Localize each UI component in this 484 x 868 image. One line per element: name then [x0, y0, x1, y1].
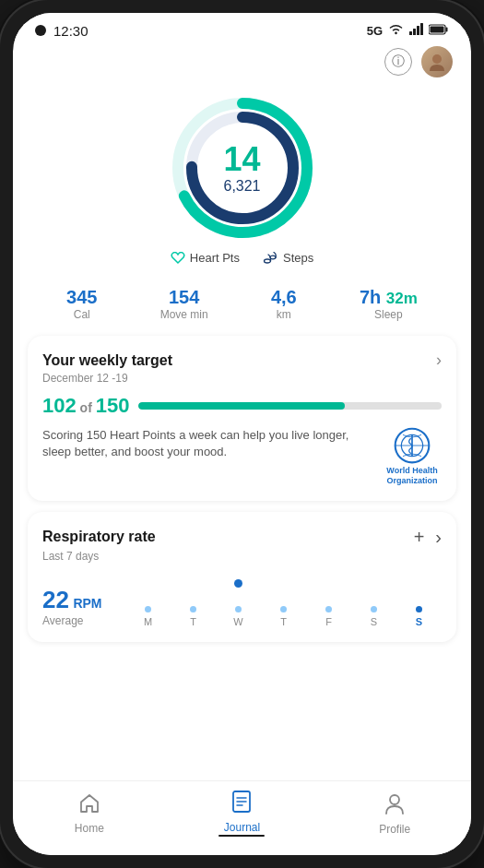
resp-actions: + › — [414, 527, 442, 548]
resp-body: 22 RPM Average — [42, 572, 442, 627]
who-text: World HealthOrganization — [386, 466, 437, 486]
dot-s2-today — [416, 606, 422, 612]
info-button[interactable]: ⓘ — [384, 48, 412, 76]
day-f: F — [306, 616, 351, 627]
bottom-spacer — [13, 653, 471, 660]
camera-dot — [35, 25, 46, 36]
header: ⓘ — [13, 42, 471, 85]
progress-of: of — [77, 400, 96, 415]
dot-s1 — [371, 606, 377, 612]
info-icon: ⓘ — [392, 54, 405, 70]
weekly-description: Scoring 150 Heart Points a week can help… — [42, 427, 372, 460]
stat-km: 4,6 km — [271, 287, 297, 321]
respiratory-card[interactable]: Respiratory rate + › Last 7 days 22 RPM … — [28, 512, 456, 642]
day-w: W — [216, 616, 261, 627]
weekly-target-card[interactable]: Your weekly target › December 12 -19 102… — [28, 336, 456, 501]
dot-col-m — [125, 606, 171, 612]
journal-icon — [231, 791, 252, 818]
stat-move-min: 154 Move min — [160, 287, 208, 321]
profile-label: Profile — [379, 823, 410, 836]
resp-chart: M T W T F S S — [125, 572, 442, 627]
svg-point-14 — [270, 256, 276, 259]
ring-chart: 14 6,321 — [169, 94, 316, 242]
phone-screen: 12:30 5G — [13, 13, 471, 855]
steps-legend: Steps — [262, 251, 313, 265]
chevron-right-icon: › — [436, 351, 442, 370]
heart-pts-value: 14 — [223, 141, 260, 178]
chevron-right-resp-icon[interactable]: › — [435, 527, 442, 548]
dot-col-f — [306, 606, 351, 612]
svg-point-23 — [390, 795, 399, 804]
resp-subtitle: Last 7 days — [42, 550, 442, 563]
move-min-label: Move min — [160, 308, 208, 321]
sleep-label: Sleep — [360, 308, 418, 321]
progress-container: 102 of 150 — [42, 394, 442, 418]
resp-title: Respiratory rate — [42, 529, 156, 545]
svg-rect-4 — [420, 23, 423, 35]
nav-item-home[interactable]: Home — [57, 793, 122, 835]
ring-legend: Heart Pts Steps — [171, 251, 313, 265]
signal-icon — [409, 22, 423, 39]
calories-label: Cal — [66, 308, 97, 321]
stat-calories: 345 Cal — [66, 287, 97, 321]
svg-point-13 — [264, 259, 270, 263]
ring-section: 14 6,321 Heart Pts — [13, 85, 471, 279]
heart-pts-legend: Heart Pts — [171, 251, 240, 265]
dot-f — [325, 606, 332, 612]
heart-pts-label: Heart Pts — [190, 251, 240, 265]
dot-w2 — [235, 606, 242, 612]
main-content: 14 6,321 Heart Pts — [13, 85, 471, 780]
svg-rect-1 — [409, 31, 412, 35]
dot-t2 — [280, 606, 287, 612]
resp-reading: 22 RPM — [42, 586, 125, 614]
bottom-nav: Home Journal — [13, 780, 471, 855]
nav-item-journal[interactable]: Journal — [209, 791, 274, 837]
dot-col-t1 — [171, 606, 216, 612]
journal-label: Journal — [224, 821, 260, 834]
progress-bar-fill — [138, 402, 344, 410]
dot-col-t2 — [261, 606, 306, 612]
weekly-body-row: Scoring 150 Heart Points a week can help… — [42, 427, 442, 486]
progress-target: 150 — [96, 394, 130, 417]
stats-row: 345 Cal 154 Move min 4,6 km 7h 32m Sleep — [13, 279, 471, 336]
dots-row — [125, 572, 442, 616]
status-left: 12:30 — [35, 23, 89, 39]
day-s1: S — [351, 616, 396, 627]
km-label: km — [271, 308, 297, 321]
dot-w — [234, 579, 242, 588]
who-emblem-svg — [394, 427, 431, 464]
resp-unit: RPM — [73, 596, 101, 611]
ring-center: 14 6,321 — [223, 141, 260, 194]
plus-icon[interactable]: + — [414, 527, 425, 548]
profile-icon — [384, 792, 405, 820]
move-min-value: 154 — [160, 287, 208, 308]
journal-underline — [218, 835, 265, 837]
svg-point-8 — [432, 54, 442, 64]
resp-number: 22 — [42, 586, 69, 613]
resp-value-section: 22 RPM Average — [42, 586, 125, 627]
svg-rect-7 — [431, 27, 444, 33]
battery-icon — [429, 22, 449, 39]
svg-point-0 — [395, 32, 396, 34]
progress-current: 102 — [42, 394, 77, 417]
days-row: M T W T F S S — [125, 616, 442, 627]
status-time: 12:30 — [53, 23, 89, 39]
weekly-date-range: December 12 -19 — [42, 372, 442, 385]
network-indicator: 5G — [367, 24, 383, 38]
day-s2: S — [396, 616, 442, 627]
avatar[interactable] — [421, 46, 453, 77]
nav-item-profile[interactable]: Profile — [362, 792, 427, 836]
resp-avg-label: Average — [42, 614, 125, 627]
who-logo: World HealthOrganization — [383, 427, 442, 486]
phone-shell: 12:30 5G — [0, 0, 484, 868]
dot-t1 — [190, 606, 196, 612]
km-value: 4,6 — [271, 287, 297, 308]
svg-rect-2 — [413, 29, 416, 35]
resp-header: Respiratory rate + › — [42, 527, 442, 548]
dot-col-s1 — [351, 606, 396, 612]
steps-label: Steps — [283, 251, 313, 265]
home-label: Home — [75, 822, 104, 835]
calories-value: 345 — [66, 287, 97, 308]
home-icon — [78, 793, 100, 819]
weekly-card-header: Your weekly target › — [42, 351, 442, 370]
